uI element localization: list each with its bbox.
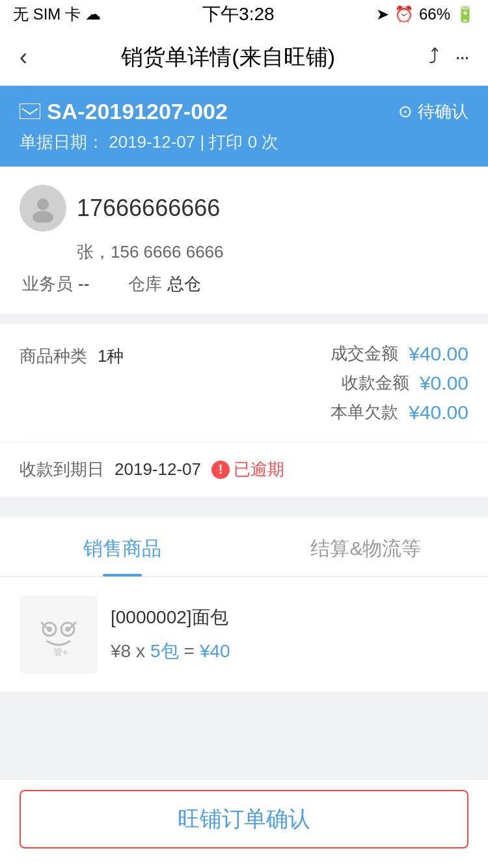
due-date-value: 2019-12-07 [115,459,201,480]
amount-summary: 成交金额 ¥40.00 收款金额 ¥0.00 本单欠款 ¥40.00 [331,342,468,424]
battery-icon: 🔋 [455,5,475,23]
section-divider-1 [0,314,488,324]
due-date-label: 收款到期日 [20,458,104,481]
product-thumbnail: 管+ [20,595,98,673]
tabs-bar: 销售商品 结算&物流等 [0,517,488,577]
product-name: [0000002]面包 [111,605,468,630]
section-divider-2 [0,496,488,507]
transaction-label: 成交金额 [331,342,398,365]
nav-actions: ⤴ ··· [429,45,468,69]
warehouse-label: 仓库 [128,273,162,295]
order-id: SA-20191207-002 [20,99,228,124]
receipt-label: 收款金额 [342,372,409,394]
product-total: ¥40 [200,641,230,662]
battery-status: 66% [419,5,450,23]
customer-avatar [20,185,66,232]
status-clock-icon: ⊙ [398,102,413,122]
product-price-line: ¥8 x 5包 = ¥40 [111,639,468,664]
product-type-value: 1种 [98,345,124,368]
tab-settlement-logistics[interactable]: 结算&物流等 [244,517,488,576]
due-date-section: 收款到期日 2019-12-07 ! 已逾期 [0,442,488,496]
summary-section: 商品种类 1种 成交金额 ¥40.00 收款金额 ¥0.00 本单欠款 ¥40.… [0,324,488,442]
product-item: 管+ [0000002]面包 ¥8 x 5包 = ¥40 [0,577,488,692]
page-title: 销货单详情(来自旺铺) [121,42,335,72]
warehouse-value: 总仓 [167,273,201,295]
order-date-line: 单据日期： 2019-12-07 | 打印 0 次 [20,131,468,154]
svg-text:管+: 管+ [53,647,68,657]
status-bar-time: 下午3:28 [202,2,275,27]
svg-rect-0 [20,103,40,119]
share-button[interactable]: ⤴ [429,45,439,69]
tabs-section: 销售商品 结算&物流等 管+ [00000 [0,517,488,692]
sim-status: 无 SIM 卡 ☁ [13,4,101,25]
receipt-value: ¥0.00 [420,372,468,394]
order-icon [20,99,40,124]
alarm-icon: ⏰ [394,5,414,23]
bottom-bar: 旺铺订单确认 [0,779,488,868]
overdue-badge: ! 已逾期 [211,458,284,481]
status-bar-right: ➤ ⏰ 66% 🔋 [376,5,475,23]
product-unit-price: ¥8 x [111,641,145,662]
customer-name: 张，156 6666 6666 [20,241,468,264]
location-icon: ➤ [376,5,389,23]
status-bar: 无 SIM 卡 ☁ 下午3:28 ➤ ⏰ 66% 🔋 [0,0,488,29]
customer-phone: 17666666666 [77,195,220,222]
order-number: SA-20191207-002 [47,99,228,124]
sales-label: 业务员 [22,273,73,295]
debt-label: 本单欠款 [331,401,398,424]
transaction-value: ¥40.00 [409,343,468,365]
product-list: 管+ [0000002]面包 ¥8 x 5包 = ¥40 [0,577,488,692]
nav-bar: ‹ 销货单详情(来自旺铺) ⤴ ··· [0,29,488,86]
customer-section: 17666666666 张，156 6666 6666 业务员 -- 仓库 总仓 [0,167,488,314]
customer-meta: 业务员 -- 仓库 总仓 [20,273,468,295]
sales-value: -- [78,274,89,294]
product-type-label: 商品种类 [20,345,87,368]
tab-sales-products[interactable]: 销售商品 [0,517,244,576]
product-info: [0000002]面包 ¥8 x 5包 = ¥40 [111,605,468,664]
svg-point-1 [37,198,49,210]
product-equals: = [184,641,195,662]
product-qty: 5包 [150,639,179,664]
status-text: 待确认 [418,100,468,123]
overdue-icon: ! [211,461,230,479]
confirm-order-button[interactable]: 旺铺订单确认 [20,790,468,848]
more-button[interactable]: ··· [455,45,468,69]
debt-value: ¥40.00 [409,401,468,424]
order-header: SA-20191207-002 ⊙ 待确认 单据日期： 2019-12-07 |… [0,86,488,167]
overdue-text: 已逾期 [234,458,284,481]
status-bar-left: 无 SIM 卡 ☁ [13,4,101,25]
order-status: ⊙ 待确认 [398,100,468,123]
svg-point-2 [33,211,53,223]
back-button[interactable]: ‹ [20,44,27,71]
